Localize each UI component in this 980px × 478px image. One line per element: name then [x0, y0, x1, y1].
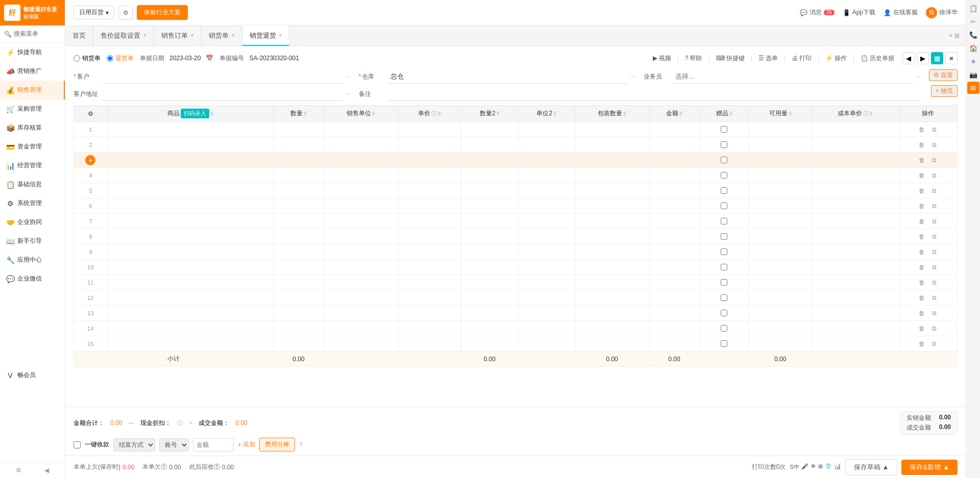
- delete-icon-10[interactable]: 🗑: [917, 262, 927, 272]
- sidebar-item-wechat[interactable]: 💬 企业微信: [0, 269, 65, 288]
- tab-sales[interactable]: 销货单 ×: [202, 26, 242, 46]
- price-cell-2[interactable]: [398, 137, 461, 153]
- right-panel-active[interactable]: ⊞: [967, 82, 979, 94]
- right-panel-star[interactable]: ★: [967, 55, 979, 67]
- collapse-icon[interactable]: ◀: [44, 467, 49, 474]
- radio-return[interactable]: [107, 55, 113, 62]
- trial-button[interactable]: 体验行业方案: [137, 5, 188, 20]
- business-selector[interactable]: 日用百货 ▾: [74, 6, 114, 19]
- new-qty-cell[interactable]: [274, 153, 324, 168]
- cost-cell-2[interactable]: [812, 137, 899, 153]
- shortcuts-button[interactable]: ⌨ 快捷键: [716, 54, 745, 63]
- qty-cell-1[interactable]: [274, 122, 324, 137]
- tab-price-setting-close[interactable]: ×: [143, 33, 146, 38]
- copy-icon-10[interactable]: ⧉: [929, 262, 939, 272]
- right-panel-edit[interactable]: ✏: [967, 15, 979, 28]
- sidebar-item-basics[interactable]: 📋 基础信息: [0, 175, 65, 194]
- copy-icon-5[interactable]: ⧉: [929, 186, 939, 196]
- right-panel-phone[interactable]: 📞: [967, 29, 979, 41]
- customer-addr-input[interactable]: [102, 87, 342, 101]
- tab-close-all[interactable]: × ⊞: [943, 32, 966, 39]
- payment-amount-input[interactable]: [193, 438, 234, 451]
- gift-cb-14[interactable]: [721, 325, 727, 332]
- copy-icon-4[interactable]: ⧉: [929, 170, 939, 181]
- tab-sales-return-close[interactable]: ×: [279, 33, 282, 38]
- new-product-cell[interactable]: [107, 153, 274, 168]
- delete-icon-4[interactable]: 🗑: [917, 170, 927, 181]
- sidebar-item-system[interactable]: ⚙ 系统管理: [0, 194, 65, 213]
- delete-icon-9[interactable]: 🗑: [917, 247, 927, 257]
- gift-cell-2[interactable]: [699, 137, 749, 153]
- list-view-button[interactable]: ≡: [945, 52, 958, 64]
- sidebar-item-apps[interactable]: 🔧 应用中心: [0, 250, 65, 269]
- tab-sales-order-close[interactable]: ×: [191, 33, 194, 38]
- new-unit2-cell[interactable]: [518, 153, 575, 168]
- gift-checkbox-1[interactable]: [721, 126, 727, 133]
- copy-icon-1[interactable]: ⧉: [929, 124, 939, 135]
- new-unit-cell[interactable]: [324, 153, 398, 168]
- table-icon[interactable]: ⊞: [818, 463, 823, 471]
- customer-input[interactable]: [102, 69, 342, 84]
- new-product-input[interactable]: [111, 157, 271, 164]
- delete-icon-2[interactable]: 🗑: [917, 140, 927, 150]
- settings-bottom-icon[interactable]: ⚙: [16, 467, 21, 474]
- settlement-select[interactable]: 结算方式: [113, 438, 155, 451]
- copy-icon-8[interactable]: ⧉: [929, 232, 939, 242]
- video-help-button[interactable]: ▶ 视频: [653, 54, 671, 63]
- new-price-cell[interactable]: [398, 153, 461, 168]
- history-button[interactable]: 📋 历史单据: [861, 54, 894, 63]
- sidebar-item-marketing[interactable]: 📣 营销推广: [0, 62, 65, 81]
- qty-cell-2[interactable]: [274, 137, 324, 153]
- account-select[interactable]: 账号: [159, 438, 189, 451]
- sidebar-item-member[interactable]: V 畅会员: [0, 366, 65, 385]
- operations-button[interactable]: ⚡ 操作: [825, 54, 847, 63]
- price-cell-1[interactable]: [398, 122, 461, 137]
- s-icon[interactable]: S中: [790, 463, 799, 471]
- right-panel-note[interactable]: 📋: [967, 2, 979, 14]
- delete-icon-11[interactable]: 🗑: [917, 278, 927, 288]
- right-panel-camera[interactable]: 📷: [967, 68, 979, 81]
- new-gift-checkbox[interactable]: [721, 157, 727, 163]
- mic-icon[interactable]: 🎤: [801, 463, 808, 471]
- fee-help-icon[interactable]: ?: [299, 441, 303, 448]
- copy-icon-2[interactable]: ⧉: [929, 140, 939, 150]
- delete-icon-12[interactable]: 🗑: [917, 293, 927, 303]
- pkg-cell-1[interactable]: [575, 122, 649, 137]
- sidebar-item-operations[interactable]: 📊 经营管理: [0, 156, 65, 175]
- sidebar-item-purchase[interactable]: 🛒 采购管理: [0, 99, 65, 118]
- tab-sales-close[interactable]: ×: [232, 33, 235, 38]
- gift-cb-15[interactable]: [721, 340, 727, 347]
- help-button[interactable]: ? 帮助: [685, 54, 702, 63]
- new-avail-cell[interactable]: [749, 153, 812, 168]
- delete-icon-new[interactable]: 🗑: [917, 155, 927, 165]
- salesperson-more[interactable]: ···: [916, 73, 921, 80]
- right-panel-home[interactable]: 🏠: [967, 42, 979, 54]
- cost-cell-1[interactable]: [812, 122, 899, 137]
- copy-icon-11[interactable]: ⧉: [929, 278, 939, 288]
- sidebar-item-guide[interactable]: 📖 新手引导: [0, 232, 65, 250]
- copy-icon-14[interactable]: ⧉: [929, 323, 939, 334]
- product-cell-2[interactable]: [107, 137, 274, 153]
- scan-input-button[interactable]: 扫码录入: [181, 109, 209, 118]
- qty2-cell-1[interactable]: [461, 122, 518, 137]
- sidebar-item-quick-nav[interactable]: ⚡ 快捷导航: [0, 43, 65, 62]
- gift-cb-7[interactable]: [721, 218, 727, 224]
- add-row-btn-cell[interactable]: +: [74, 153, 108, 168]
- add-row-button[interactable]: +: [85, 155, 95, 165]
- gift-cb-8[interactable]: [721, 233, 727, 240]
- gift-cb-5[interactable]: [721, 187, 727, 194]
- search-menu-item[interactable]: 🔍 搜索菜单: [0, 26, 65, 43]
- logistics-button[interactable]: + 物流: [931, 85, 958, 97]
- save-draft-button[interactable]: 保存草稿 ▲: [845, 459, 898, 475]
- radio-return-label[interactable]: 退货单: [107, 54, 134, 63]
- grid-view-button[interactable]: ▦: [931, 52, 943, 64]
- copy-icon-6[interactable]: ⧉: [929, 201, 939, 211]
- gift-cb-13[interactable]: [721, 310, 727, 316]
- unit2-cell-2[interactable]: [518, 137, 575, 153]
- amount-cell-1[interactable]: [649, 122, 699, 137]
- tab-sales-order[interactable]: 销售订单 ×: [154, 26, 202, 46]
- gift-cb-12[interactable]: [721, 294, 727, 301]
- gift-checkbox-2[interactable]: [721, 141, 727, 148]
- delete-icon-8[interactable]: 🗑: [917, 232, 927, 242]
- user-profile[interactable]: 徐 徐泽华: [926, 7, 958, 18]
